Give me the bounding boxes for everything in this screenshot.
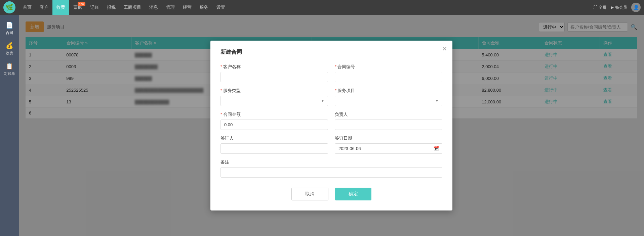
nav-invoice[interactable]: 票据 new: [69, 0, 86, 15]
statement-icon: 📋: [6, 62, 13, 70]
nav-fee[interactable]: 收费: [52, 0, 69, 15]
fullscreen-btn[interactable]: ⛶ 全屏: [593, 5, 607, 10]
signer-label: 签订人: [220, 135, 328, 141]
form-grid: *客户名称 *合同编号 *服务类型: [220, 64, 442, 178]
avatar[interactable]: 👤: [631, 3, 641, 12]
sign-date-wrapper: 📅: [335, 143, 442, 154]
remark-input[interactable]: [220, 167, 442, 178]
nav-settings[interactable]: 设置: [212, 0, 229, 15]
nav-message[interactable]: 消息: [145, 0, 162, 15]
contract-amount-label: *合同金额: [220, 111, 328, 117]
contract-amount-input[interactable]: [220, 120, 328, 130]
new-badge: new: [78, 2, 85, 6]
service-type-input[interactable]: [220, 96, 328, 106]
contract-no-label: *合同编号: [335, 64, 442, 70]
modal-close-button[interactable]: ✕: [442, 45, 447, 53]
field-service-item: *服务项目 ▼: [335, 88, 442, 106]
service-item-input[interactable]: [335, 96, 442, 106]
nav-manage[interactable]: 管理: [162, 0, 179, 15]
top-nav: 🌿 首页 客户 收费 票据 new 记账 报税 工商项目 消息 管理: [0, 0, 644, 15]
main-layout: 📄 合同 💰 收费 📋 对账单 新增 服务项目 进行中 已完成 已终止 🔍: [0, 15, 644, 236]
field-contract-amount: *合同金额: [220, 111, 328, 130]
content-area: 新增 服务项目 进行中 已完成 已终止 🔍 序号 合同编号⇅ 客户名称⇅ 服务项…: [19, 15, 644, 236]
sign-date-label: 签订日期: [335, 135, 442, 141]
logo-icon: 🌿: [3, 1, 15, 13]
contract-icon: 📄: [6, 21, 13, 29]
nav-customer[interactable]: 客户: [36, 0, 52, 15]
service-type-wrapper: ▼: [220, 96, 328, 106]
service-type-label: *服务类型: [220, 88, 328, 94]
cancel-button[interactable]: 取消: [291, 188, 328, 200]
nav-right: ⛶ 全屏 ▶ 畅会员 👤: [593, 3, 641, 12]
nav-items: 首页 客户 收费 票据 new 记账 报税 工商项目 消息 管理 经营: [19, 0, 593, 15]
nav-service[interactable]: 服务: [196, 0, 212, 15]
nav-business[interactable]: 工商项目: [120, 0, 145, 15]
sidebar-item-fee[interactable]: 💰 收费: [0, 39, 19, 59]
customer-name-label: *客户名称: [220, 64, 328, 70]
responsible-person-label: 负责人: [335, 111, 442, 117]
sidebar-item-contract[interactable]: 📄 合同: [0, 18, 19, 39]
field-responsible-person: 负责人: [335, 111, 442, 130]
modal-overlay: 新建合同 ✕ *客户名称 *合同编号: [19, 15, 644, 236]
field-remark: 备注: [220, 159, 442, 178]
signer-input[interactable]: [220, 143, 328, 154]
responsible-person-input[interactable]: [335, 120, 442, 130]
nav-operation[interactable]: 经营: [179, 0, 196, 15]
field-customer-name: *客户名称: [220, 64, 328, 82]
nav-bookkeeping[interactable]: 记账: [86, 0, 103, 15]
service-item-wrapper: ▼: [335, 96, 442, 106]
remark-label: 备注: [220, 159, 442, 165]
field-service-type: *服务类型 ▼: [220, 88, 328, 106]
sidebar: 📄 合同 💰 收费 📋 对账单: [0, 15, 19, 236]
sidebar-item-statement[interactable]: 📋 对账单: [0, 59, 19, 80]
customer-name-input[interactable]: [220, 72, 328, 82]
nav-home[interactable]: 首页: [19, 0, 36, 15]
fee-icon: 💰: [6, 42, 13, 49]
sign-date-input[interactable]: [335, 143, 442, 154]
modal-title: 新建合同: [220, 49, 442, 56]
field-sign-date: 签订日期 📅: [335, 135, 442, 154]
field-contract-no: *合同编号: [335, 64, 442, 82]
new-contract-modal: 新建合同 ✕ *客户名称 *合同编号: [210, 41, 452, 210]
modal-footer: 取消 确定: [220, 188, 442, 200]
confirm-button[interactable]: 确定: [335, 188, 371, 200]
nav-tax[interactable]: 报税: [103, 0, 120, 15]
member-btn[interactable]: ▶ 畅会员: [611, 5, 627, 10]
service-item-label: *服务项目: [335, 88, 442, 94]
field-signer: 签订人: [220, 135, 328, 154]
contract-no-input[interactable]: [335, 72, 442, 82]
